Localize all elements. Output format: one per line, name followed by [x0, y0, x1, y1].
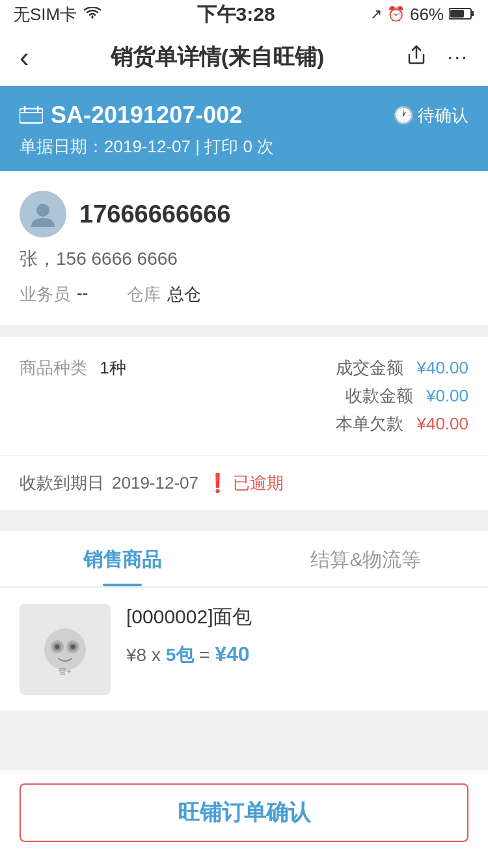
tab-products[interactable]: 销售商品 [0, 531, 244, 586]
product-type-field: 商品种类 1种 [20, 357, 126, 379]
warehouse-field: 仓库 总仓 [127, 283, 201, 306]
divider-1 [0, 327, 488, 337]
product-thumbnail: 管+ [20, 604, 111, 695]
customer-section: 17666666666 张，156 6666 6666 业务员 -- 仓库 总仓 [0, 171, 488, 325]
svg-text:管+: 管+ [59, 667, 71, 675]
order-meta: 单据日期：2019-12-07 | 打印 0 次 [20, 135, 468, 158]
product-price: ¥8 x 5包 = ¥40 [126, 642, 468, 668]
customer-row: 17666666666 [20, 191, 468, 237]
wifi-icon [83, 5, 102, 25]
svg-rect-3 [20, 109, 43, 123]
back-button[interactable]: ‹ [20, 41, 29, 74]
svg-point-11 [71, 645, 75, 649]
svg-point-10 [55, 645, 59, 649]
more-button[interactable]: ··· [447, 45, 468, 69]
avatar [20, 191, 66, 237]
order-id: SA-20191207-002 [20, 102, 242, 129]
share-button[interactable] [405, 44, 427, 71]
product-item: 管+ [0000002]面包 ¥8 x 5包 = ¥40 [0, 588, 488, 711]
customer-details: 业务员 -- 仓库 总仓 [20, 283, 468, 306]
clock-icon: 🕐 [393, 105, 414, 126]
overdue-badge: ❗ 已逾期 [206, 472, 284, 495]
tab-settlement[interactable]: 结算&物流等 [244, 531, 488, 586]
tabs: 销售商品 结算&物流等 [0, 531, 488, 587]
carrier-label: 无SIM卡 [13, 3, 77, 26]
svg-point-4 [36, 204, 49, 217]
order-header: SA-20191207-002 🕐 待确认 单据日期：2019-12-07 | … [0, 86, 488, 171]
status-time: 下午3:28 [197, 1, 275, 28]
nav-bar: ‹ 销货单详情(来自旺铺) ··· [0, 29, 488, 86]
product-name: [0000002]面包 [126, 604, 468, 631]
divider-2 [0, 510, 488, 521]
summary-section: 商品种类 1种 成交金额 ¥40.00 收款金额 ¥0.00 本单欠款 ¥40.… [0, 337, 488, 455]
customer-name: 张，156 6666 6666 [20, 247, 468, 271]
status-bar: 无SIM卡 下午3:28 ↗ ⏰ 66% [0, 0, 488, 29]
page-title: 销货单详情(来自旺铺) [111, 42, 325, 72]
order-status: 🕐 待确认 [393, 104, 468, 127]
nav-right-actions: ··· [405, 44, 468, 71]
alarm-icon: ⏰ [387, 6, 405, 23]
bottom-bar: 旺铺订单确认 [0, 770, 488, 868]
status-right: ↗ ⏰ 66% [370, 5, 475, 25]
svg-point-5 [44, 629, 86, 670]
product-info: [0000002]面包 ¥8 x 5包 = ¥40 [126, 604, 468, 668]
battery-icon [449, 5, 475, 25]
amount-row-2: 本单欠款 ¥40.00 [336, 413, 468, 435]
svg-rect-1 [471, 11, 474, 16]
confirm-order-button[interactable]: 旺铺订单确认 [20, 783, 468, 842]
amount-row-0: 成交金额 ¥40.00 [336, 357, 468, 379]
salesperson-field: 业务员 -- [20, 283, 88, 306]
location-icon: ↗ [370, 6, 382, 23]
customer-phone: 17666666666 [79, 200, 230, 228]
amounts-section: 成交金额 ¥40.00 收款金额 ¥0.00 本单欠款 ¥40.00 [336, 357, 468, 435]
status-left: 无SIM卡 [13, 3, 102, 26]
amount-row-1: 收款金额 ¥0.00 [346, 385, 468, 407]
svg-rect-2 [450, 10, 464, 18]
battery-label: 66% [410, 5, 444, 25]
due-date-section: 收款到期日 2019-12-07 ❗ 已逾期 [0, 456, 488, 510]
overdue-icon: ❗ [206, 472, 229, 494]
